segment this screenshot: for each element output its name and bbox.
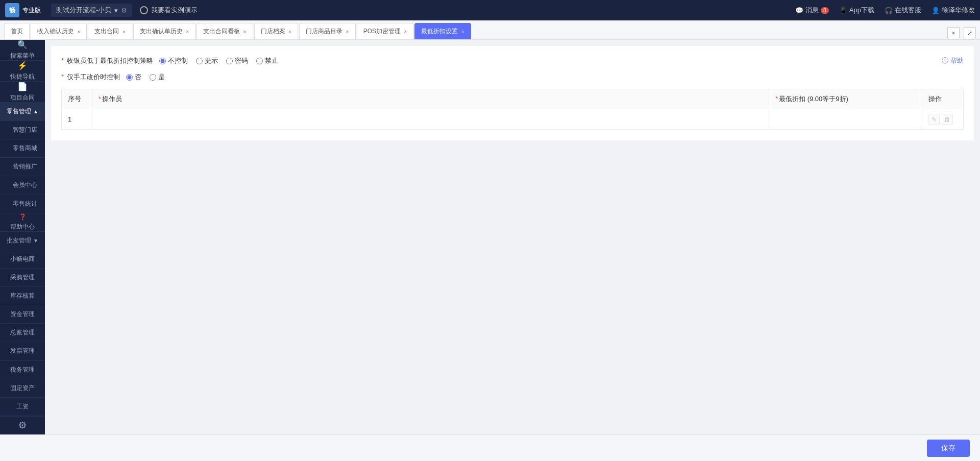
sidebar-item-funds[interactable]: 资金管理 [0, 305, 45, 324]
close-icon[interactable]: × [461, 29, 464, 35]
col-operator: *操作员 [92, 89, 769, 109]
sidebar-item-purchase[interactable]: 采购管理 [0, 269, 45, 287]
option-password[interactable]: 密码 [226, 56, 248, 65]
tab-expense-dashboard[interactable]: 支出合同看板 × [197, 23, 253, 39]
user-label: 徐泽华修改 [942, 6, 975, 15]
message-button[interactable]: 💬 消息 8 [795, 6, 829, 15]
logo: 畅 专业版 [5, 3, 41, 17]
sidebar-item-label: 资金管理 [10, 310, 35, 319]
radio-no-control[interactable] [159, 58, 166, 64]
cell-seq: 1 [62, 109, 92, 129]
tab-min-discount-settings[interactable]: 最低折扣设置 × [414, 23, 471, 39]
sidebar-item-label: 总账管理 [10, 328, 35, 337]
option-remind[interactable]: 提示 [196, 56, 218, 65]
main-layout: 🔍 搜索菜单 ⚡ 快捷导航 📄 项目合同 零售管理 ▲ 智慧门店 零售商城 营销… [0, 40, 980, 434]
sidebar-item-fixed-assets[interactable]: 固定资产 [0, 379, 45, 398]
sidebar-item-label: 零售管理 [7, 107, 31, 116]
project-selector[interactable]: 测试分开流程-小贝 ▾ ⚙ [51, 4, 132, 17]
manual-control-form-row: * 仅手工改价时控制 否 是 [61, 72, 964, 82]
close-icon[interactable]: × [186, 29, 189, 35]
sidebar-item-retail-stats[interactable]: 零售统计 [0, 195, 45, 213]
expand-button[interactable]: ⤢ [964, 27, 976, 39]
radio-forbid[interactable] [256, 58, 263, 64]
tab-revenue-history[interactable]: 收入确认历史 × [31, 23, 87, 39]
contract-icon: 📄 [17, 82, 28, 91]
sidebar-item-ledger[interactable]: 总账管理 [0, 324, 45, 342]
tab-label: 门店档案 [261, 27, 285, 36]
radio-yes[interactable] [150, 74, 156, 81]
tab-store-products[interactable]: 门店商品目录 × [299, 23, 355, 39]
sidebar-item-label: 项目合同 [10, 93, 35, 102]
radio-no[interactable] [126, 74, 133, 81]
manual-control-radio-group: 否 是 [126, 72, 165, 82]
option-forbid[interactable]: 禁止 [256, 56, 278, 65]
option-no-control[interactable]: 不控制 [159, 56, 188, 65]
sidebar-item-member[interactable]: 会员中心 [0, 176, 45, 195]
user-profile-button[interactable]: 👤 徐泽华修改 [932, 6, 975, 15]
tab-expense-contract[interactable]: 支出合同 × [88, 23, 132, 39]
close-icon[interactable]: × [77, 29, 80, 35]
cell-discount [769, 109, 922, 129]
settings-icon: ⚙ [18, 420, 27, 431]
demo-link[interactable]: 我要看实例演示 [140, 6, 198, 15]
tab-store-archive[interactable]: 门店档案 × [254, 23, 298, 39]
sidebar-item-label: 会员中心 [13, 181, 37, 189]
tab-expense-confirm-history[interactable]: 支出确认单历史 × [133, 23, 195, 39]
tab-home[interactable]: 首页 [4, 23, 30, 39]
edit-row-button[interactable]: ✎ [928, 114, 940, 125]
footer: 保存 [0, 434, 980, 461]
message-icon: 💬 [795, 7, 803, 14]
sidebar-item-help[interactable]: ❓ 帮助中心 [0, 213, 45, 232]
tab-pos-encryption[interactable]: POS加密管理 × [357, 23, 414, 39]
logo-text: 专业版 [22, 6, 41, 15]
logo-icon: 畅 [5, 3, 19, 17]
close-icon[interactable]: × [404, 29, 407, 35]
sidebar-item-label: 小畅电商 [10, 255, 35, 263]
save-button[interactable]: 保存 [927, 440, 970, 457]
sidebar-item-smart-store[interactable]: 智慧门店 [0, 121, 45, 139]
sidebar-item-inventory[interactable]: 库存核算 [0, 287, 45, 305]
question-icon: ⓘ [942, 56, 948, 65]
discount-control-radio-group: 不控制 提示 密码 禁止 [159, 56, 278, 65]
sidebar-item-search[interactable]: 🔍 搜索菜单 [0, 40, 45, 61]
option-no[interactable]: 否 [126, 72, 141, 82]
user-icon: 👤 [932, 7, 940, 14]
sidebar-item-label: 零售统计 [13, 200, 37, 208]
sidebar-item-label: 固定资产 [10, 384, 35, 393]
sidebar-item-quicknav[interactable]: ⚡ 快捷导航 [0, 61, 45, 82]
col-seq: 序号 [62, 89, 92, 109]
sidebar-item-wholesale[interactable]: 批发管理 ▼ [0, 232, 45, 250]
close-icon[interactable]: × [346, 29, 349, 35]
radio-password[interactable] [226, 58, 233, 64]
sidebar-item-tax[interactable]: 税务管理 [0, 361, 45, 379]
table-header: 序号 *操作员 *最低折扣 (9.00等于9折) 操作 [62, 89, 963, 109]
sidebar-item-marketing[interactable]: 营销推广 [0, 158, 45, 176]
close-icon[interactable]: × [122, 29, 125, 35]
demo-icon [140, 6, 148, 14]
operator-discount-table: 序号 *操作员 *最低折扣 (9.00等于9折) 操作 1 ✎ 🗑 [61, 89, 964, 130]
demo-text: 我要看实例演示 [151, 6, 198, 15]
close-tab-button[interactable]: × [947, 27, 960, 39]
online-service-button[interactable]: 🎧 在线客服 [885, 6, 921, 15]
close-icon[interactable]: × [288, 29, 291, 35]
tab-actions: × ⤢ [947, 27, 976, 39]
app-download-button[interactable]: 📱 App下载 [839, 6, 874, 15]
cell-actions: ✎ 🗑 [922, 109, 963, 129]
close-icon[interactable]: × [243, 29, 246, 35]
option-yes[interactable]: 是 [150, 72, 165, 82]
sidebar-item-contract[interactable]: 📄 项目合同 [0, 82, 45, 103]
help-link[interactable]: ⓘ 帮助 [942, 56, 964, 65]
delete-row-button[interactable]: 🗑 [942, 114, 953, 125]
sidebar-settings-button[interactable]: ⚙ [0, 416, 45, 434]
sidebar-item-invoice[interactable]: 发票管理 [0, 342, 45, 360]
sidebar-item-retail[interactable]: 零售管理 ▲ [0, 103, 45, 121]
sidebar-item-retail-mall[interactable]: 零售商城 [0, 139, 45, 158]
radio-remind[interactable] [196, 58, 203, 64]
sidebar-item-label: 快捷导航 [10, 72, 35, 81]
tab-label: 支出合同 [94, 27, 119, 36]
sidebar-item-payroll[interactable]: 工资 [0, 398, 45, 416]
gear-icon[interactable]: ⚙ [121, 7, 127, 14]
required-marker: * [61, 57, 64, 64]
tab-label: 收入确认历史 [37, 27, 74, 36]
sidebar-item-ecommerce[interactable]: 小畅电商 [0, 250, 45, 269]
